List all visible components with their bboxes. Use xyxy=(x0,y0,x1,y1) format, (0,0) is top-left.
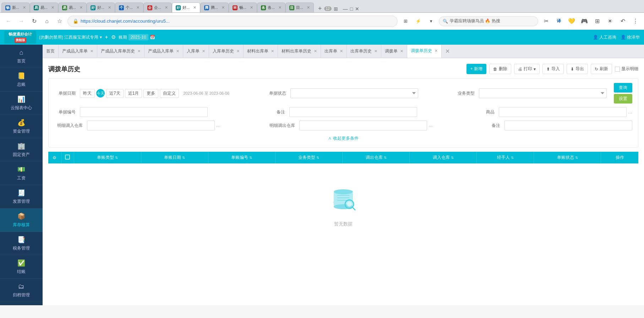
browser-tab-3[interactable]: 好 好... ✕ xyxy=(87,2,115,12)
refresh-browser-button[interactable]: ↻ xyxy=(29,16,39,26)
calendar-icon[interactable]: 📅 xyxy=(150,35,155,40)
date-btn-7days[interactable]: 近7天 xyxy=(106,89,124,98)
date-btn-yesterday[interactable]: 昨天 xyxy=(80,89,95,98)
page-tab-1-close[interactable]: ✕ xyxy=(90,49,93,54)
th-checkbox[interactable] xyxy=(61,152,74,163)
collapse-row[interactable]: ∧ 收起更多条件 xyxy=(54,134,632,143)
browser-tab-5[interactable]: 企 企... ✕ xyxy=(143,2,172,12)
page-tab-4-close[interactable]: ✕ xyxy=(202,49,205,54)
scissors-button[interactable]: ✂ xyxy=(541,16,551,26)
page-tab-7[interactable]: 材料出库单历史 ✕ xyxy=(278,45,321,58)
lightning-button[interactable]: ⚡ xyxy=(413,16,423,26)
goods-ellipsis-button[interactable]: … xyxy=(628,110,632,115)
sidebar-item-settings[interactable]: ⚙ 基础设置 xyxy=(0,302,43,305)
sidebar-item-wage[interactable]: 💵 工资 xyxy=(0,162,43,185)
refresh-button[interactable]: ↻ 刷新 xyxy=(591,64,612,74)
th-doc-date[interactable]: 单账日期 ⇅ xyxy=(141,152,208,163)
page-tab-8[interactable]: 出库单 ✕ xyxy=(321,45,347,58)
sidebar-item-close[interactable]: ✅ 结账 xyxy=(0,255,43,279)
minimize-button[interactable]: — xyxy=(343,6,348,12)
business-type-select[interactable] xyxy=(479,88,607,98)
sidebar-item-assets[interactable]: 🏢 固定资产 xyxy=(0,138,43,162)
page-tab-2[interactable]: 产成品入库单历史 ✕ xyxy=(97,45,144,58)
home-browser-button[interactable]: ⌂ xyxy=(42,16,52,26)
forward-button[interactable]: → xyxy=(16,16,26,26)
dropdown-button[interactable]: ▾ xyxy=(426,16,436,26)
page-tab-10-close[interactable]: ✕ xyxy=(400,49,403,54)
query-button[interactable]: 查询 xyxy=(614,83,632,93)
back-button[interactable]: ← xyxy=(4,16,13,26)
page-tab-4[interactable]: 入库单 ✕ xyxy=(183,45,209,58)
page-tab-6[interactable]: 材料出库单 ✕ xyxy=(244,45,278,58)
date-btn-1month[interactable]: 近1月 xyxy=(125,89,142,98)
remark2-input[interactable] xyxy=(504,121,632,130)
browser-tab-10[interactable]: 目 目... ✕ xyxy=(285,2,314,12)
browser-tab-7[interactable]: 腾 腾... ✕ xyxy=(200,2,229,12)
new-tab-button[interactable]: + xyxy=(318,5,322,12)
page-tab-9[interactable]: 出库单历史 ✕ xyxy=(347,45,381,58)
page-tab-3-close[interactable]: ✕ xyxy=(176,49,179,54)
theme-button[interactable]: ☀ xyxy=(605,16,615,26)
delete-button[interactable]: 🗑 删除 xyxy=(489,64,511,74)
add-company-button[interactable]: + xyxy=(105,34,108,40)
browser-search-bar[interactable]: 🔍 学霸应聘场驱鸟员 🔥 热搜 xyxy=(439,16,538,26)
th-in-warehouse[interactable]: 调入仓库 ⇅ xyxy=(410,152,477,163)
bookmark-button[interactable]: ☆ xyxy=(55,16,65,26)
page-tab-home[interactable]: 首页 xyxy=(43,45,59,58)
sidebar-item-inventory[interactable]: 📦 库存核算 xyxy=(0,208,43,232)
export-button[interactable]: ⬇ 导出 xyxy=(567,64,588,74)
show-all-checkbox[interactable] xyxy=(615,67,620,72)
grid-button[interactable]: ⊞ xyxy=(592,16,602,26)
sidebar-item-home[interactable]: ⌂ 首页 xyxy=(0,45,43,68)
docno-input[interactable] xyxy=(80,107,208,117)
page-tab-5[interactable]: 入库单历史 ✕ xyxy=(209,45,244,58)
close-all-tabs-button[interactable]: ✕ xyxy=(443,48,452,55)
browser-tab-8[interactable]: M 畅... ✕ xyxy=(229,2,257,12)
page-tab-8-close[interactable]: ✕ xyxy=(340,49,343,54)
th-business-type[interactable]: 业务类型 ⇅ xyxy=(275,152,342,163)
detail-in-input[interactable] xyxy=(87,121,215,130)
date-btn-more[interactable]: 更多 xyxy=(143,89,158,98)
page-tab-5-close[interactable]: ✕ xyxy=(236,49,240,54)
user-avatar[interactable]: 👤 徐泽华 xyxy=(621,34,640,40)
page-tab-2-close[interactable]: ✕ xyxy=(137,49,141,54)
browser-tab-4[interactable]: 个 个... ✕ xyxy=(115,2,143,12)
customer-service-button[interactable]: 👤 人工咨询 xyxy=(593,34,616,40)
remark-input[interactable] xyxy=(289,107,417,117)
browser-tab-2[interactable]: 易 易... ✕ xyxy=(58,2,87,12)
translate-button[interactable]: 译 xyxy=(554,16,564,26)
detail-out-ellipsis[interactable]: … xyxy=(429,123,433,128)
page-tab-11[interactable]: 调拨单历史 ✕ xyxy=(407,45,442,58)
page-tab-1[interactable]: 产成品入库单 ✕ xyxy=(59,45,97,58)
goods-input[interactable] xyxy=(499,107,627,117)
maximize-button[interactable]: □ xyxy=(350,6,353,12)
import-button[interactable]: ⬆ 导入 xyxy=(542,64,564,74)
th-doc-no[interactable]: 单账编号 ⇅ xyxy=(208,152,275,163)
browser-tab-0[interactable]: 畅 新... ✕ xyxy=(1,2,30,12)
page-tab-10[interactable]: 调拨单 ✕ xyxy=(381,45,407,58)
th-doc-type[interactable]: 单账类型 ⇅ xyxy=(74,152,141,163)
th-out-warehouse[interactable]: 调出仓库 ⇅ xyxy=(343,152,410,163)
th-handler[interactable]: 经手人 ⇅ xyxy=(477,152,534,163)
tab-menu-icon[interactable]: ⊞ xyxy=(334,6,338,12)
company-selector[interactable]: (勿删勿禁用) 江西服宝测试专用 ▾ xyxy=(39,34,102,40)
browser-tab-6[interactable]: 好 好... ✕ xyxy=(172,2,200,12)
settings-gear-icon[interactable]: ⚙ xyxy=(111,34,116,40)
detail-out-input[interactable] xyxy=(299,121,427,130)
extensions-button[interactable]: ⊞ xyxy=(400,16,410,26)
th-doc-status[interactable]: 单账状态 ⇅ xyxy=(534,152,601,163)
browser-tab-9[interactable]: 各 各... ✕ xyxy=(257,2,285,12)
date-btn-today[interactable]: 今天 xyxy=(96,89,105,97)
date-btn-custom[interactable]: 自定义 xyxy=(160,89,179,98)
status-filter-select[interactable] xyxy=(290,88,418,98)
th-gear[interactable]: ⚙ xyxy=(48,152,61,163)
sidebar-item-ledger[interactable]: 📒 总账 xyxy=(0,68,43,91)
close-window-button[interactable]: ✕ xyxy=(355,6,359,12)
print-button[interactable]: 🖨 打印 ▾ xyxy=(514,64,540,74)
menu-button[interactable]: ⋮ xyxy=(631,16,640,26)
page-tab-7-close[interactable]: ✕ xyxy=(314,49,317,54)
wallet-button[interactable]: 💛 xyxy=(567,16,577,26)
new-button[interactable]: + 新增 xyxy=(466,64,486,74)
sidebar-item-report[interactable]: 📊 云报表中心 xyxy=(0,91,43,115)
address-bar[interactable]: 🔒 https://cloud.chanjet.com/accounting/u… xyxy=(67,16,398,27)
